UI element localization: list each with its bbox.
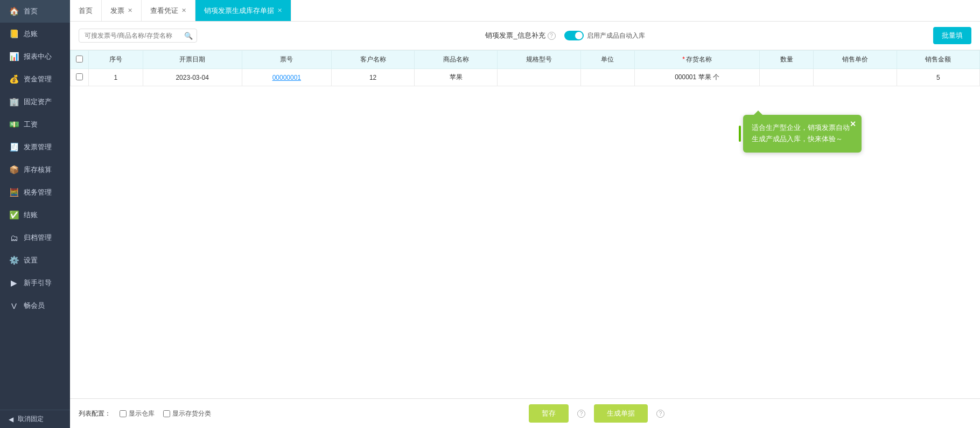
tooltip-close-button[interactable]: ✕ <box>850 118 856 130</box>
ledger-icon: 📒 <box>9 29 19 39</box>
header-ticket-no: 票号 <box>242 51 331 69</box>
row-unit-price <box>814 69 897 86</box>
invoice-icon: 🧾 <box>9 142 19 152</box>
header-amount: 销售金额 <box>897 51 979 69</box>
header-checkbox[interactable] <box>71 51 89 69</box>
header-spec: 规格型号 <box>498 51 580 69</box>
settings-icon: ⚙️ <box>9 256 19 265</box>
toolbar: 🔍 销项发票_信息补充 ? 启用产成品自动入库 批量填 <box>70 22 980 50</box>
archive-icon: 🗂 <box>9 233 19 243</box>
closing-icon: ✅ <box>9 210 19 220</box>
close-voucher-tab[interactable]: ✕ <box>181 8 186 13</box>
row-product: 苹果 <box>415 69 498 86</box>
sidebar-item-fixed-assets[interactable]: 🏢 固定资产 <box>0 91 70 113</box>
sidebar-item-settings[interactable]: ⚙️ 设置 <box>0 249 70 272</box>
sidebar-item-tax[interactable]: 🧮 税务管理 <box>0 181 70 204</box>
row-unit <box>580 69 635 86</box>
generate-button[interactable]: 生成单据 <box>594 404 648 423</box>
header-seq: 序号 <box>89 51 143 69</box>
header-unit-price: 销售单价 <box>814 51 897 69</box>
main-area: 首页 发票 ✕ 查看凭证 ✕ 销项发票生成库存单据 ✕ 🔍 <box>70 0 980 428</box>
footer: 列表配置： 显示仓库 显示存货分类 暂存 ? 生成单据 ? <box>70 398 980 428</box>
tab-home[interactable]: 首页 <box>70 0 102 21</box>
sidebar-item-inventory[interactable]: 📦 库存核算 <box>0 158 70 181</box>
tab-voucher[interactable]: 查看凭证 ✕ <box>142 0 195 21</box>
search-input[interactable] <box>79 29 197 43</box>
row-ticket-no[interactable]: 00000001 <box>242 69 331 86</box>
sidebar-item-ledger[interactable]: 📒 总账 <box>0 23 70 45</box>
save-help-icon[interactable]: ? <box>577 410 585 418</box>
pin-icon: ◀ <box>9 416 13 423</box>
sidebar: 🏠 首页 📒 总账 📊 报表中心 💰 资金管理 🏢 固定资产 💵 工资 🧾 发票… <box>0 0 70 428</box>
close-cancel-invoice-tab[interactable]: ✕ <box>277 8 282 13</box>
toolbar-left: 🔍 <box>79 29 197 43</box>
info-label: 销项发票_信息补充 ? <box>485 31 555 40</box>
row-select-checkbox[interactable] <box>76 73 83 80</box>
tax-icon: 🧮 <box>9 188 19 197</box>
sidebar-item-archive[interactable]: 🗂 归档管理 <box>0 226 70 249</box>
row-checkbox[interactable] <box>71 69 89 86</box>
row-spec <box>498 69 580 86</box>
show-warehouse-checkbox[interactable] <box>120 410 127 417</box>
reports-icon: 📊 <box>9 52 19 61</box>
home-icon: 🏠 <box>9 6 19 16</box>
payroll-icon: 💵 <box>9 120 19 129</box>
footer-center: 暂存 ? 生成单据 ? <box>222 404 971 423</box>
footer-left: 列表配置： 显示仓库 显示存货分类 <box>79 409 211 418</box>
header-unit: 单位 <box>580 51 635 69</box>
show-inventory-category-checkbox[interactable] <box>163 410 170 417</box>
sidebar-item-payroll[interactable]: 💵 工资 <box>0 113 70 136</box>
auto-storage-toggle[interactable] <box>564 31 584 40</box>
sidebar-item-funds[interactable]: 💰 资金管理 <box>0 68 70 91</box>
info-icon[interactable]: ? <box>548 32 556 40</box>
header-customer: 客户名称 <box>331 51 414 69</box>
toggle-wrap: 启用产成品自动入库 <box>564 31 645 40</box>
show-inventory-category-label[interactable]: 显示存货分类 <box>163 409 211 418</box>
table-wrap: 序号 开票日期 票号 客户名称 商品名称 规格型号 单位 *存货名称 数量 销售… <box>70 50 980 398</box>
row-stock-name[interactable]: 000001 苹果 个 <box>635 69 760 86</box>
row-amount: 5 <box>897 69 979 86</box>
generate-help-icon[interactable]: ? <box>656 410 664 418</box>
data-table: 序号 开票日期 票号 客户名称 商品名称 规格型号 单位 *存货名称 数量 销售… <box>70 50 980 86</box>
sidebar-item-home[interactable]: 🏠 首页 <box>0 0 70 23</box>
member-icon: V <box>9 301 19 310</box>
fixed-assets-icon: 🏢 <box>9 97 19 107</box>
tooltip-indicator <box>739 126 741 142</box>
sidebar-item-invoice-mgmt[interactable]: 🧾 发票管理 <box>0 136 70 158</box>
table-row: 1 2023-03-04 00000001 12 苹果 000001 苹果 个 … <box>71 69 980 86</box>
table-header-row: 序号 开票日期 票号 客户名称 商品名称 规格型号 单位 *存货名称 数量 销售… <box>71 51 980 69</box>
search-wrap: 🔍 <box>79 29 197 43</box>
header-qty: 数量 <box>759 51 814 69</box>
row-qty <box>759 69 814 86</box>
sidebar-item-reports[interactable]: 📊 报表中心 <box>0 45 70 68</box>
sidebar-bottom-pin[interactable]: ◀ 取消固定 <box>0 410 70 428</box>
header-stock-name: *存货名称 <box>635 51 760 69</box>
inventory-icon: 📦 <box>9 165 19 175</box>
show-warehouse-label[interactable]: 显示仓库 <box>120 409 155 418</box>
row-date: 2023-03-04 <box>143 69 242 86</box>
tab-invoice[interactable]: 发票 ✕ <box>102 0 142 21</box>
sidebar-item-guide[interactable]: ▶ 新手引导 <box>0 272 70 294</box>
funds-icon: 💰 <box>9 74 19 84</box>
row-seq: 1 <box>89 69 143 86</box>
save-button[interactable]: 暂存 <box>529 404 569 423</box>
batch-fill-button[interactable]: 批量填 <box>933 27 971 44</box>
row-customer: 12 <box>331 69 414 86</box>
sidebar-item-member[interactable]: V 畅会员 <box>0 294 70 317</box>
auto-storage-tooltip: ✕ 适合生产型企业，销项发票自动生成产成品入库，快来体验～ <box>743 115 862 153</box>
header-product: 商品名称 <box>415 51 498 69</box>
close-invoice-tab[interactable]: ✕ <box>128 8 132 13</box>
tab-cancel-invoice[interactable]: 销项发票生成库存单据 ✕ <box>195 0 291 21</box>
guide-icon: ▶ <box>9 278 19 288</box>
search-icon: 🔍 <box>184 32 193 40</box>
tab-bar: 首页 发票 ✕ 查看凭证 ✕ 销项发票生成库存单据 ✕ <box>70 0 980 22</box>
page-content: 🔍 销项发票_信息补充 ? 启用产成品自动入库 批量填 <box>70 22 980 428</box>
header-date: 开票日期 <box>143 51 242 69</box>
select-all-checkbox[interactable] <box>76 56 83 63</box>
sidebar-item-closing[interactable]: ✅ 结账 <box>0 204 70 226</box>
